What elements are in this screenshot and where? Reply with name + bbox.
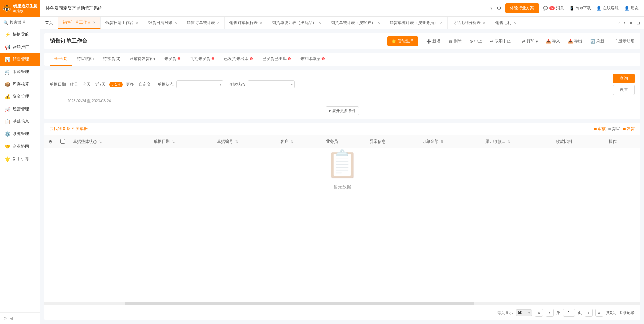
- settings-icon[interactable]: ⚙: [497, 5, 501, 11]
- tab-sales-order[interactable]: 销售订单工作台 ✕: [58, 17, 101, 29]
- tab-expand-btn[interactable]: ⊡: [635, 20, 641, 26]
- query-btn[interactable]: 查询: [613, 74, 635, 83]
- tab-sales-summary-customer-close[interactable]: ✕: [377, 21, 380, 25]
- tab-next-btn[interactable]: ›: [622, 20, 627, 26]
- date-more[interactable]: 更多: [125, 81, 135, 88]
- tab-cash-reconcile[interactable]: 钱货日清对账 ✕: [143, 17, 182, 29]
- sidebar-nav-item-system[interactable]: ⚙️ 系统管理: [0, 128, 40, 140]
- sidebar-nav-item-guide[interactable]: 🌟 新手引导: [0, 153, 40, 165]
- ship-btn[interactable]: 发货: [623, 126, 635, 132]
- status-select[interactable]: [176, 80, 223, 88]
- stop-btn[interactable]: ⊘ 中止: [467, 37, 485, 45]
- tab-sales-stats[interactable]: 销售订单统计表 ✕: [182, 17, 225, 29]
- sidebar-nav-item-marketing[interactable]: 📢 营销推广: [0, 41, 40, 53]
- settings-bottom-icon[interactable]: ⚙: [3, 316, 7, 321]
- sidebar-nav-item-enterprise[interactable]: 🤝 企业协同: [0, 140, 40, 153]
- col-amount-sort[interactable]: ⇅: [441, 140, 443, 144]
- prev-page-btn[interactable]: ‹: [546, 309, 554, 317]
- show-detail-checkbox[interactable]: 显示明细: [613, 38, 635, 44]
- tab-close-all-btn[interactable]: ✕: [628, 20, 634, 26]
- sub-tab-shipped-in[interactable]: 已发货已出库 ❶: [258, 53, 296, 66]
- filter-settings-btn[interactable]: 设置: [613, 85, 635, 95]
- tab-sales-summary-product-close[interactable]: ✕: [318, 21, 321, 25]
- sub-tab-all[interactable]: 全部(0): [50, 53, 72, 66]
- sidebar-nav-item-sales[interactable]: 📊 销售管理: [0, 53, 40, 66]
- show-detail-input[interactable]: [613, 39, 617, 43]
- sidebar-nav-item-inventory[interactable]: 📦 库存核算: [0, 78, 40, 90]
- date-7days[interactable]: 近7天: [94, 81, 107, 88]
- sub-tab-not-printed-count: ❶: [321, 57, 325, 61]
- date-custom[interactable]: 自定义: [137, 81, 152, 88]
- refresh-btn[interactable]: 🔄 刷新: [588, 37, 607, 45]
- tab-cash-reconcile-close[interactable]: ✕: [174, 21, 177, 25]
- first-page-btn[interactable]: «: [535, 309, 543, 317]
- tab-sales-exec-close[interactable]: ✕: [260, 21, 262, 25]
- select-all-checkbox[interactable]: [60, 139, 65, 144]
- app-download-btn[interactable]: 📱 App下载: [569, 5, 591, 11]
- cancel-review-btn[interactable]: 弃审: [608, 126, 620, 132]
- sub-tab-pending-review[interactable]: 待审核(0): [72, 53, 99, 66]
- sub-tab-not-shipped[interactable]: 未发货 ❶: [160, 53, 185, 66]
- system-dropdown-icon[interactable]: ▾: [490, 6, 492, 11]
- tab-product-margin[interactable]: 商品毛利分析表 ✕: [448, 17, 490, 29]
- date-today[interactable]: 今天: [81, 81, 92, 88]
- sidebar-nav-item-basic-info[interactable]: 📋 基础信息: [0, 115, 40, 128]
- finance-label: 资金管理: [13, 94, 29, 99]
- print-btn[interactable]: 🖨 打印 ▾: [519, 37, 541, 45]
- tab-cash-daily-close[interactable]: ✕: [136, 21, 138, 25]
- collapse-icon[interactable]: ◀: [10, 316, 13, 321]
- delete-btn[interactable]: 🗑 删除: [446, 37, 464, 45]
- tab-sales-profit[interactable]: 销售毛利 ✕: [490, 17, 521, 29]
- tab-sales-summary-product[interactable]: 销货单统计表（按商品） ✕: [267, 17, 326, 29]
- sidebar-nav-item-operation[interactable]: 📈 经营管理: [0, 103, 40, 115]
- sidebar-nav-item-purchase[interactable]: 🛒 采购管理: [0, 66, 40, 78]
- smart-create-btn[interactable]: ⭐ 智能生单: [387, 36, 418, 46]
- review-btn[interactable]: 审核: [594, 126, 606, 132]
- tab-sales-stats-close[interactable]: ✕: [217, 21, 220, 25]
- tab-cash-daily[interactable]: 钱货日清工作台 ✕: [101, 17, 143, 29]
- col-status-sort[interactable]: ⇅: [99, 140, 102, 144]
- import-btn[interactable]: 📥 导入: [543, 37, 563, 45]
- expand-filter-btn[interactable]: ▾ 展开更多条件: [326, 106, 359, 115]
- tab-sales-order-close[interactable]: ✕: [93, 21, 96, 24]
- export-btn[interactable]: 📤 导出: [565, 37, 585, 45]
- tab-sales-summary-staff-close[interactable]: ✕: [440, 21, 443, 25]
- sub-tab-shipped-not-in[interactable]: 已发货未出库 ❶: [219, 53, 257, 66]
- sub-tab-pending-inspect[interactable]: 待拣货(0): [98, 53, 125, 66]
- add-btn[interactable]: ➕ 新增: [424, 37, 443, 45]
- cancel-stop-btn[interactable]: ↩ 取消中止: [487, 37, 513, 45]
- col-number-sort[interactable]: ⇅: [235, 140, 238, 144]
- date-1month[interactable]: 近1月: [109, 82, 123, 87]
- page-header: 销售订单工作台 ⭐ 智能生单 ➕ 新增 🗑 删除 ⊘ 中止: [44, 33, 640, 49]
- next-page-btn[interactable]: ›: [585, 309, 593, 317]
- sidebar-nav-item-quick-nav[interactable]: ⚡ 快捷导航: [0, 28, 40, 41]
- online-service-btn[interactable]: 👤 在线客服: [596, 5, 619, 11]
- message-btn[interactable]: 💬 6 消息: [543, 5, 564, 11]
- sub-tab-not-printed[interactable]: 未打印单据 ❶: [296, 53, 330, 66]
- tab-cash-reconcile-label: 钱货日清对账: [148, 20, 172, 26]
- tab-sales-summary-staff[interactable]: 销货单统计表（按业务员） ✕: [385, 17, 448, 29]
- date-yesterday[interactable]: 昨天: [69, 81, 79, 88]
- tab-sales-exec[interactable]: 销售订单执行表 ✕: [225, 17, 267, 29]
- main-area: 装备及固定资产辅助管理系统 ▾ ⚙ 体验行业方案 💬 6 消息 📱 App下载 …: [40, 0, 644, 324]
- user-btn[interactable]: 👤 用友: [624, 5, 639, 11]
- tab-sales-summary-customer[interactable]: 销货单统计表（按客户） ✕: [326, 17, 385, 29]
- sub-tab-expired[interactable]: 到期未发货 ❶: [185, 53, 219, 66]
- tab-home[interactable]: 首页: [40, 17, 58, 29]
- col-customer-sort[interactable]: ⇅: [290, 140, 293, 144]
- sidebar-nav-item-finance[interactable]: 💰 资金管理: [0, 90, 40, 103]
- tab-product-margin-close[interactable]: ✕: [483, 21, 485, 25]
- page-size-select[interactable]: 10 20 50 100: [516, 309, 532, 316]
- sub-tab-wangpu[interactable]: 旺铺待发货(0): [125, 53, 160, 66]
- page-input[interactable]: [563, 309, 575, 317]
- payment-select[interactable]: [248, 80, 295, 88]
- table-scroll-thumb[interactable]: [125, 302, 474, 305]
- industry-btn[interactable]: 体验行业方案: [505, 3, 539, 13]
- logo: 🐯 畅捷通好生意 标准版: [0, 0, 40, 17]
- tab-prev-btn[interactable]: ‹: [617, 20, 621, 26]
- tab-sales-profit-close[interactable]: ✕: [513, 21, 516, 25]
- last-page-btn[interactable]: »: [595, 309, 603, 317]
- col-collected-sort[interactable]: ⇅: [507, 140, 510, 144]
- col-date-sort[interactable]: ⇅: [172, 140, 175, 144]
- sidebar-search[interactable]: 🔍 搜索菜单: [0, 17, 40, 28]
